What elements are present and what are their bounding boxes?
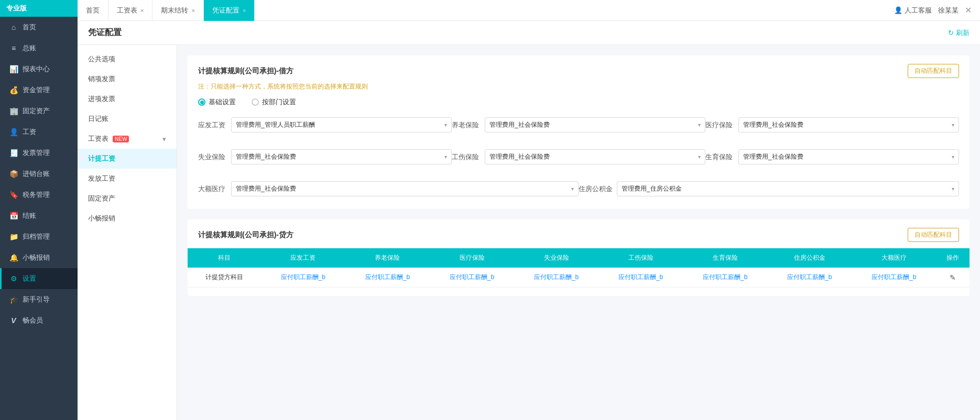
home-icon: ⌂ <box>9 23 18 31</box>
field-salary: 应发工资 管理费用_管理人员职工薪酬 ▾ <box>198 113 452 137</box>
col-housing: 住房公积金 <box>767 248 852 268</box>
select-unemployment[interactable]: 管理费用_社会保险费 ▾ <box>231 149 452 164</box>
customer-service-link[interactable]: 👤 人工客服 <box>894 6 932 15</box>
select-birth[interactable]: 管理费用_社会保险费 ▾ <box>738 149 959 164</box>
sidebar-item-ledger[interactable]: ≡ 总账 <box>0 38 78 59</box>
sidebar-item-archive[interactable]: 📁 归档管理 <box>0 226 78 247</box>
sidebar-item-stock[interactable]: 📦 进销台账 <box>0 163 78 184</box>
sidebar-logo: 专业版 <box>0 0 78 17</box>
form-grid-row1: 应发工资 管理费用_管理人员职工薪酬 ▾ 养老保险 管理费用_社会保险费 ▾ <box>188 113 970 145</box>
tab-close-voucher[interactable]: × <box>243 7 246 14</box>
sidebar-item-guide[interactable]: 🎓 新手引导 <box>0 289 78 310</box>
sidebar-item-settings[interactable]: ⚙ 设置 <box>0 268 78 289</box>
sidebar-item-invoices[interactable]: 🧾 发票管理 <box>0 142 78 163</box>
edit-icon[interactable]: ✎ <box>950 273 956 282</box>
window-close-button[interactable]: ✕ <box>965 5 972 15</box>
credit-table: 科目 应发工资 养老保险 医疗保险 失业保险 工伤保险 生育保险 住房公积金 大… <box>188 248 970 288</box>
chevron-down-icon: ▾ <box>698 154 701 160</box>
member-icon: V <box>9 316 18 325</box>
col-salary: 应发工资 <box>261 248 345 268</box>
label-injury: 工伤保险 <box>452 152 481 162</box>
tab-voucher[interactable]: 凭证配置 × <box>204 0 255 21</box>
td-housing-val: 应付职工薪酬_b <box>767 268 852 288</box>
chevron-down-icon: ▾ <box>162 135 166 143</box>
refresh-icon: ↻ <box>948 29 954 37</box>
td-subject: 计提贷方科目 <box>188 268 261 288</box>
col-large-medical: 大额医疗 <box>852 248 936 268</box>
chevron-down-icon: ▾ <box>444 122 447 128</box>
select-housing[interactable]: 管理费用_住房公积金 ▾ <box>617 181 959 196</box>
field-housing: 住房公积金 管理费用_住房公积金 ▾ <box>579 177 959 201</box>
sidebar-item-reports[interactable]: 📊 报表中心 <box>0 59 78 80</box>
guide-icon: 🎓 <box>9 295 18 304</box>
sidebar-item-xiaochang[interactable]: 🔔 小畅报销 <box>0 247 78 268</box>
td-unemployment-val: 应付职工薪酬_b <box>514 268 598 288</box>
salary-icon: 👤 <box>9 128 18 136</box>
tab-period[interactable]: 期末结转 × <box>153 0 203 21</box>
left-nav-journal[interactable]: 日记账 <box>78 109 177 129</box>
label-pension: 养老保险 <box>452 120 481 130</box>
left-nav-purchase-invoice[interactable]: 进项发票 <box>78 89 177 109</box>
sidebar: 专业版 ⌂ 首页 ≡ 总账 📊 报表中心 💰 资金管理 🏢 固定资产 👤 工资 … <box>0 0 78 420</box>
radio-dept[interactable]: 按部门设置 <box>252 97 296 107</box>
tab-close-period[interactable]: × <box>191 7 194 14</box>
radio-basic[interactable]: 基础设置 <box>198 97 236 107</box>
left-nav-calc-payroll[interactable]: 计提工资 <box>78 149 177 169</box>
chevron-down-icon: ▾ <box>952 122 954 128</box>
form-grid-row2: 失业保险 管理费用_社会保险费 ▾ 工伤保险 管理费用_社会保险费 ▾ <box>188 145 970 177</box>
col-unemployment: 失业保险 <box>514 248 598 268</box>
right-content: 计提核算规则(公司承担)-借方 自动匹配科目 注：只能选择一种方式，系统将按照您… <box>177 45 980 420</box>
chevron-down-icon: ▾ <box>444 154 447 160</box>
field-medical: 医疗保险 管理费用_社会保险费 ▾ <box>705 113 959 137</box>
section-credit-header: 计提核算规则(公司承担)-贷方 自动匹配科目 <box>188 219 970 242</box>
section-debit: 计提核算规则(公司承担)-借方 自动匹配科目 注：只能选择一种方式，系统将按照您… <box>188 56 970 209</box>
sidebar-item-member[interactable]: V 畅会员 <box>0 310 78 331</box>
td-birth-val: 应付职工薪酬_b <box>683 268 767 288</box>
left-nav-payroll-table[interactable]: 工资表 NEW ▾ <box>78 129 177 149</box>
td-injury-val: 应付职工薪酬_b <box>598 268 683 288</box>
auto-match-credit-button[interactable]: 自动匹配科目 <box>908 228 959 242</box>
section-credit: 计提核算规则(公司承担)-贷方 自动匹配科目 科目 应发工资 养老保险 医疗保险 <box>188 219 970 296</box>
sidebar-item-close[interactable]: 📅 结账 <box>0 205 78 226</box>
chevron-down-icon: ▾ <box>952 154 954 160</box>
sidebar-item-funds[interactable]: 💰 资金管理 <box>0 80 78 101</box>
radio-basic-circle <box>198 98 205 106</box>
field-pension: 养老保险 管理费用_社会保险费 ▾ <box>452 113 705 137</box>
select-large-medical[interactable]: 管理费用_社会保险费 ▾ <box>231 181 579 196</box>
sidebar-item-tax[interactable]: 🔖 税务管理 <box>0 184 78 205</box>
left-nav-issue-payroll[interactable]: 发放工资 <box>78 169 177 189</box>
reports-icon: 📊 <box>9 65 18 73</box>
left-nav-fixed-assets[interactable]: 固定资产 <box>78 189 177 208</box>
select-salary[interactable]: 管理费用_管理人员职工薪酬 ▾ <box>231 117 452 132</box>
td-medical-val: 应付职工薪酬_b <box>430 268 514 288</box>
label-housing: 住房公积金 <box>579 184 613 194</box>
content-header: 凭证配置 ↻ 刷新 <box>78 21 980 45</box>
field-unemployment: 失业保险 管理费用_社会保险费 ▾ <box>198 145 452 169</box>
label-large-medical: 大额医疗 <box>198 184 227 194</box>
tab-close-payroll[interactable]: × <box>140 7 144 14</box>
topbar-right: 👤 人工客服 徐某某 ✕ <box>894 5 980 15</box>
select-medical[interactable]: 管理费用_社会保险费 ▾ <box>738 117 959 132</box>
label-medical: 医疗保险 <box>705 120 734 130</box>
col-pension: 养老保险 <box>345 248 430 268</box>
tab-home[interactable]: 首页 <box>78 0 108 21</box>
select-injury[interactable]: 管理费用_社会保险费 ▾ <box>485 149 705 164</box>
close-icon: 📅 <box>9 212 18 220</box>
td-edit-action[interactable]: ✎ <box>936 268 970 288</box>
select-pension[interactable]: 管理费用_社会保险费 ▾ <box>485 117 705 132</box>
tab-payroll[interactable]: 工资表 × <box>108 0 153 21</box>
auto-match-debit-button[interactable]: 自动匹配科目 <box>908 64 959 78</box>
table-row: 计提贷方科目 应付职工薪酬_b 应付职工薪酬_b 应付职工薪酬_b 应付职工薪酬… <box>188 268 970 288</box>
left-nav-sales-invoice[interactable]: 销项发票 <box>78 69 177 89</box>
refresh-button[interactable]: ↻ 刷新 <box>948 28 970 38</box>
left-nav-public[interactable]: 公共选项 <box>78 49 177 69</box>
sidebar-item-assets[interactable]: 🏢 固定资产 <box>0 101 78 121</box>
sidebar-item-home[interactable]: ⌂ 首页 <box>0 17 78 38</box>
sidebar-item-salary[interactable]: 👤 工资 <box>0 121 78 142</box>
td-large-medical-val: 应付职工薪酬_b <box>852 268 936 288</box>
section-debit-title: 计提核算规则(公司承担)-借方 <box>198 67 293 76</box>
archive-icon: 📁 <box>9 233 18 241</box>
col-subject: 科目 <box>188 248 261 268</box>
col-medical: 医疗保险 <box>430 248 514 268</box>
left-nav-expense[interactable]: 小畅报销 <box>78 208 177 228</box>
